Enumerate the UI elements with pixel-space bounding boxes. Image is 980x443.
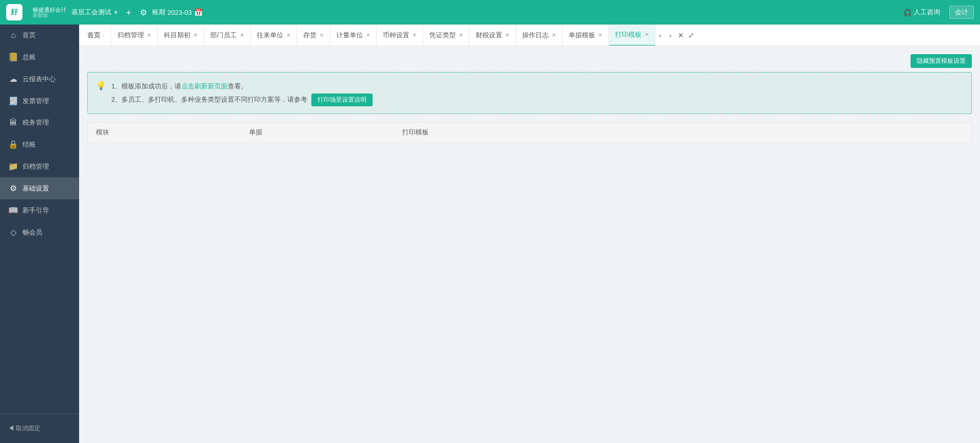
tab-voucher[interactable]: 凭证类型 ✕ (423, 25, 470, 46)
main-area: ⌂ 首页 📒 总账 ☁ 云报表中心 🧾 发票管理 🏛 税务管理 🔒 结账 (0, 25, 980, 443)
lock-icon: 🔒 (8, 139, 18, 149)
tab-next-button[interactable]: › (666, 25, 676, 46)
tab-close-taxset[interactable]: ✕ (505, 32, 509, 38)
company-name: 基层工会测试 (71, 8, 111, 17)
tab-close-currency[interactable]: ✕ (412, 32, 416, 38)
sidebar-label-closing: 结账 (22, 140, 36, 149)
logo-area: 好 (6, 4, 22, 20)
print-scene-button[interactable]: 打印场景设置说明 (311, 94, 373, 106)
hide-template-button[interactable]: 隐藏预置模板设置 (911, 54, 972, 68)
tab-close-all-button[interactable]: ✕ (676, 25, 686, 46)
calendar-icon[interactable]: 📅 (194, 8, 203, 16)
tab-close-subject[interactable]: ✕ (193, 32, 198, 38)
refresh-link[interactable]: 点击刷新新页面 (181, 82, 228, 90)
info-line2: 2、多员工、多打印机、多种业务类型设置不同打印方案等，请参考 打印场景设置说明 (111, 93, 375, 106)
sidebar-item-home[interactable]: ⌂ 首页 (0, 25, 79, 46)
tab-label-unit: 计量单位 (336, 31, 363, 40)
info-line2-prefix: 2、多员工、多打印机、多种业务类型设置不同打印方案等，请参考 (111, 96, 307, 103)
sidebar-label-invoice: 发票管理 (22, 97, 49, 106)
tax-icon: 🏛 (8, 118, 18, 127)
tab-label-vendor: 往来单位 (257, 31, 283, 40)
tab-close-singledoc[interactable]: ✕ (598, 32, 602, 38)
unpin-button[interactable]: ◀ 取消固定 (0, 420, 79, 437)
tab-label-home: 首页 (87, 31, 101, 40)
home-icon: ⌂ (8, 31, 18, 40)
sidebar-item-basic[interactable]: ⚙ 基础设置 (0, 177, 79, 199)
sidebar-item-ledger[interactable]: 📒 总账 (0, 46, 79, 68)
sidebar-bottom: ◀ 取消固定 (0, 413, 79, 443)
tab-prev-button[interactable]: ‹ (655, 25, 666, 46)
ledger-icon: 📒 (8, 52, 18, 62)
tab-singledoc[interactable]: 单据模板 ✕ (562, 25, 609, 46)
logo-text: 畅捷通好会计 旗舰版 (33, 7, 66, 18)
info-box-content: 💡 1、模板添加成功后，请点击刷新新页面查看。 2、多员工、多打印机、多种业务类… (96, 80, 963, 106)
tab-close-oplog[interactable]: ✕ (552, 32, 556, 38)
tab-department[interactable]: 部门员工 ✕ (204, 25, 251, 46)
sidebar-spacer (0, 243, 79, 413)
info-box: 💡 1、模板添加成功后，请点击刷新新页面查看。 2、多员工、多打印机、多种业务类… (87, 72, 972, 114)
unpin-label: ◀ 取消固定 (8, 424, 40, 433)
tab-close-voucher[interactable]: ✕ (459, 32, 463, 38)
sidebar-label-member: 畅会员 (22, 228, 42, 237)
sidebar-label-tax: 税务管理 (22, 118, 49, 127)
tab-label-currency: 币种设置 (383, 31, 409, 40)
app-version: 旗舰版 (33, 13, 66, 18)
archive-icon: 📁 (8, 161, 18, 171)
tab-home[interactable]: 首页 › (81, 25, 111, 46)
sidebar: ⌂ 首页 📒 总账 ☁ 云报表中心 🧾 发票管理 🏛 税务管理 🔒 结账 (0, 25, 79, 443)
tab-printtemplate[interactable]: 打印模板 ✕ (609, 25, 655, 46)
tab-close-archive[interactable]: ✕ (147, 32, 151, 38)
sidebar-item-tax[interactable]: 🏛 税务管理 (0, 112, 79, 133)
sidebar-item-invoice[interactable]: 🧾 发票管理 (0, 90, 79, 112)
sidebar-item-archive[interactable]: 📁 归档管理 (0, 155, 79, 177)
col-singledoc: 单据 (241, 123, 394, 142)
tab-label-subject: 科目期初 (164, 31, 190, 40)
tab-close-printtemplate[interactable]: ✕ (645, 32, 649, 37)
tab-inventory[interactable]: 存货 ✕ (297, 25, 330, 46)
info-line1-prefix: 1、模板添加成功后，请 (111, 82, 181, 90)
chevron-down-icon: ▾ (114, 9, 117, 16)
info-line1: 1、模板添加成功后，请点击刷新新页面查看。 (111, 80, 375, 93)
sidebar-item-closing[interactable]: 🔒 结账 (0, 133, 79, 155)
settings-button[interactable]: ⚙ (140, 8, 147, 17)
sidebar-item-guide[interactable]: 📖 新手引导 (0, 199, 79, 221)
cloud-icon: ☁ (8, 74, 18, 84)
sidebar-label-basic: 基础设置 (22, 184, 49, 193)
tab-close-inventory[interactable]: ✕ (320, 32, 324, 38)
tab-oplog[interactable]: 操作日志 ✕ (516, 25, 562, 46)
period-info: 账期 2023-03 📅 (152, 8, 203, 17)
help-label: 人工咨询 (914, 8, 940, 17)
tab-archive[interactable]: 归档管理 ✕ (111, 25, 158, 46)
account-button[interactable]: 会计 (949, 6, 974, 19)
sidebar-label-archive: 归档管理 (22, 162, 49, 171)
app-container: 好 畅捷通好会计 旗舰版 基层工会测试 ▾ ＋ ⚙ 账期 2023-03 📅 🎧… (0, 0, 980, 443)
sidebar-item-member[interactable]: ◇ 畅会员 (0, 221, 79, 243)
tab-vendor[interactable]: 往来单位 ✕ (251, 25, 297, 46)
tab-label-printtemplate: 打印模板 (615, 30, 642, 39)
add-button[interactable]: ＋ (122, 6, 135, 18)
member-icon: ◇ (8, 227, 18, 237)
help-button[interactable]: 🎧 人工咨询 (899, 6, 944, 19)
sidebar-label-ledger: 总账 (22, 53, 36, 62)
headset-icon: 🎧 (903, 9, 912, 16)
tab-close-unit[interactable]: ✕ (366, 32, 370, 38)
tab-taxset[interactable]: 财税设置 ✕ (470, 25, 516, 46)
info-text: 1、模板添加成功后，请点击刷新新页面查看。 2、多员工、多打印机、多种业务类型设… (111, 80, 375, 106)
tab-separator-icon: › (103, 32, 105, 38)
col-module: 模块 (88, 123, 241, 142)
app-name: 畅捷通好会计 (33, 7, 66, 13)
tab-close-vendor[interactable]: ✕ (286, 32, 290, 38)
sidebar-item-reports[interactable]: ☁ 云报表中心 (0, 68, 79, 90)
tab-currency[interactable]: 币种设置 ✕ (377, 25, 423, 46)
tab-close-department[interactable]: ✕ (240, 32, 244, 38)
tab-unit[interactable]: 计量单位 ✕ (330, 25, 377, 46)
bulb-icon: 💡 (96, 81, 106, 106)
tab-expand-button[interactable]: ⤢ (686, 25, 696, 46)
logo-symbol: 好 (11, 8, 18, 17)
tab-subject[interactable]: 科目期初 ✕ (158, 25, 204, 46)
col-printtemplate: 打印模板 (394, 123, 971, 142)
company-selector[interactable]: 基层工会测试 ▾ (71, 8, 117, 17)
sidebar-label-guide: 新手引导 (22, 206, 49, 215)
guide-icon: 📖 (8, 205, 18, 215)
info-line1-suffix: 查看。 (228, 82, 248, 90)
